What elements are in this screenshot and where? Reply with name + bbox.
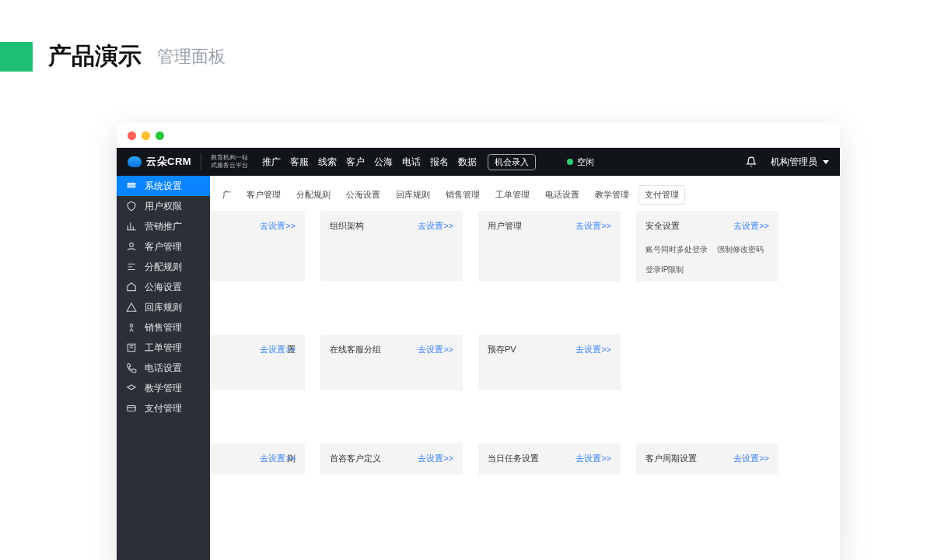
topnav-item[interactable]: 电话 <box>402 156 421 169</box>
go-settings-link[interactable]: 去设置>> <box>575 220 611 232</box>
accent-block <box>0 42 33 72</box>
sidebar-item-payment-mgmt[interactable]: 支付管理 <box>117 398 210 418</box>
card-row: 置 去设置>> 在线客服分组 去设置>> 预存PV 去设置>> <box>210 334 840 443</box>
topnav-right: 机构管理员 <box>746 156 829 169</box>
tab-item[interactable]: 销售管理 <box>439 185 486 205</box>
page-subtitle: 管理面板 <box>157 45 226 68</box>
go-settings-link[interactable]: 去设置>> <box>260 453 296 464</box>
warning-icon <box>126 302 137 313</box>
settings-card: 去设置>> <box>210 211 305 282</box>
tab-partial[interactable]: 广 <box>216 185 237 205</box>
user-icon <box>126 241 137 252</box>
settings-card-first-consult: 首咨客户定义 去设置>> <box>320 443 463 474</box>
window-zoom-icon[interactable] <box>156 131 164 140</box>
status-indicator[interactable]: 空闲 <box>567 156 594 168</box>
go-settings-link[interactable]: 去设置>> <box>260 344 296 355</box>
page-title: 产品演示 <box>48 40 142 72</box>
card-subitems: 账号同时多处登录 强制修改密码 登录IP限制 <box>645 244 769 275</box>
shield-icon <box>126 201 137 212</box>
cloud-icon <box>128 156 142 167</box>
topnav-items: 推广 客服 线索 客户 公海 电话 报名 数据 <box>262 156 477 169</box>
card-sub-item[interactable]: 账号同时多处登录 <box>645 244 708 255</box>
topnav-item[interactable]: 报名 <box>430 156 449 169</box>
topnav-item[interactable]: 公海 <box>374 156 393 169</box>
card-area: 去设置>> 组织架构 去设置>> 用户管理 去设置>> 安全设置 去设置>> <box>210 211 840 527</box>
svg-rect-5 <box>128 406 136 411</box>
sidebar-item-label: 回库规则 <box>145 301 182 314</box>
sidebar-item-ticket-mgmt[interactable]: 工单管理 <box>117 338 210 358</box>
tab-item[interactable]: 支付管理 <box>638 185 685 205</box>
card-icon <box>126 403 137 414</box>
ticket-icon <box>126 342 137 353</box>
status-dot-icon <box>567 159 573 165</box>
go-settings-link[interactable]: 去设置>> <box>575 453 611 464</box>
tab-bar: 广 客户管理 分配规则 公海设置 回库规则 销售管理 工单管理 电话设置 教学管… <box>210 176 840 211</box>
sidebar-item-label: 用户权限 <box>145 200 182 213</box>
tab-item[interactable]: 客户管理 <box>240 185 287 205</box>
tab-item[interactable]: 分配规则 <box>290 185 337 205</box>
settings-card-daily-task: 当日任务设置 去设置>> <box>478 443 621 474</box>
topnav-item[interactable]: 客服 <box>290 156 309 169</box>
sidebar-item-label: 系统设置 <box>145 180 182 193</box>
settings-card-cs-group: 在线客服分组 去设置>> <box>320 334 463 390</box>
go-settings-link[interactable]: 去设置>> <box>260 220 296 232</box>
settings-card-org: 组织架构 去设置>> <box>320 211 463 282</box>
tab-item[interactable]: 工单管理 <box>489 185 536 205</box>
sidebar-item-assign-rules[interactable]: 分配规则 <box>117 257 210 277</box>
settings-card-user: 用户管理 去设置>> <box>478 211 621 282</box>
window-close-icon[interactable] <box>128 131 136 140</box>
sidebar-item-public-sea[interactable]: 公海设置 <box>117 277 210 297</box>
top-navbar: 云朵CRM 教育机构一站 式服务云平台 推广 客服 线索 客户 公海 电话 报名… <box>117 148 840 176</box>
tab-item[interactable]: 电话设置 <box>539 185 586 205</box>
sidebar-item-system-settings[interactable]: 系统设置 <box>117 176 210 196</box>
sidebar-item-label: 电话设置 <box>145 362 182 375</box>
window-titlebar <box>117 123 840 148</box>
user-label: 机构管理员 <box>771 156 817 167</box>
card-sub-item[interactable]: 强制修改密码 <box>717 244 764 255</box>
topnav-item[interactable]: 推广 <box>262 156 281 169</box>
sidebar-item-user-permissions[interactable]: 用户权限 <box>117 196 210 216</box>
sidebar-item-customer-mgmt[interactable]: 客户管理 <box>117 236 210 257</box>
status-label: 空闲 <box>577 156 594 168</box>
app-window: 云朵CRM 教育机构一站 式服务云平台 推广 客服 线索 客户 公海 电话 报名… <box>117 123 840 560</box>
content-area: 广 客户管理 分配规则 公海设置 回库规则 销售管理 工单管理 电话设置 教学管… <box>210 176 840 560</box>
tab-item[interactable]: 公海设置 <box>340 185 387 205</box>
window-minimize-icon[interactable] <box>142 131 150 140</box>
chart-icon <box>126 221 137 232</box>
sidebar-item-label: 分配规则 <box>145 261 182 274</box>
settings-card-customer-cycle: 客户周期设置 去设置>> <box>636 443 778 474</box>
settings-icon <box>126 180 137 191</box>
bell-icon[interactable] <box>746 156 757 167</box>
user-menu[interactable]: 机构管理员 <box>771 156 829 169</box>
sidebar: 系统设置 用户权限 营销推广 客户管理 分配规则 公海设置 <box>117 176 210 560</box>
topnav-item[interactable]: 数据 <box>458 156 477 169</box>
sidebar-item-phone-settings[interactable]: 电话设置 <box>117 358 210 378</box>
sidebar-item-label: 销售管理 <box>145 321 182 334</box>
go-settings-link[interactable]: 去设置>> <box>733 220 769 232</box>
brand-tagline: 教育机构一站 式服务云平台 <box>211 154 248 169</box>
phone-icon <box>126 362 137 373</box>
go-settings-link[interactable]: 去设置>> <box>418 344 453 355</box>
sidebar-item-label: 营销推广 <box>145 220 182 233</box>
card-sub-item[interactable]: 登录IP限制 <box>645 264 684 275</box>
sidebar-item-marketing[interactable]: 营销推广 <box>117 216 210 236</box>
building-icon <box>126 282 137 292</box>
sales-icon <box>126 322 137 333</box>
sidebar-item-sales-mgmt[interactable]: 销售管理 <box>117 317 210 338</box>
topnav-item[interactable]: 线索 <box>318 156 337 169</box>
tab-item[interactable]: 教学管理 <box>589 185 635 205</box>
card-row: 则 去设置>> 首咨客户定义 去设置>> 当日任务设置 去设置>> 客户周期设置… <box>210 443 840 527</box>
go-settings-link[interactable]: 去设置>> <box>418 453 453 464</box>
record-opportunity-button[interactable]: 机会录入 <box>488 154 536 170</box>
go-settings-link[interactable]: 去设置>> <box>418 220 453 232</box>
sidebar-item-label: 工单管理 <box>145 341 182 355</box>
sidebar-item-return-rules[interactable]: 回库规则 <box>117 297 210 317</box>
sidebar-item-teaching-mgmt[interactable]: 教学管理 <box>117 378 210 398</box>
svg-rect-1 <box>128 186 135 187</box>
sidebar-item-label: 客户管理 <box>145 240 182 254</box>
svg-point-2 <box>130 243 134 247</box>
topnav-item[interactable]: 客户 <box>346 156 365 169</box>
go-settings-link[interactable]: 去设置>> <box>575 344 611 355</box>
tab-item[interactable]: 回库规则 <box>390 185 436 205</box>
go-settings-link[interactable]: 去设置>> <box>733 453 769 464</box>
